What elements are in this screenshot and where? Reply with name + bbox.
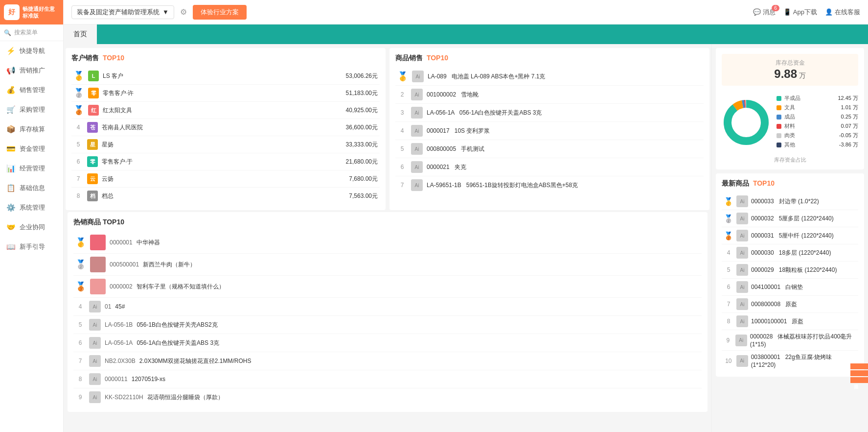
product-img: Ai [411, 125, 423, 137]
online-service-button[interactable]: 👤 在线客服 [825, 8, 860, 17]
list-item: 4 苍 苍南县人民医院 36,600.00元 [71, 119, 380, 136]
list-item: 6 Ai 004100001 白钢垫 [722, 279, 858, 296]
sidebar-item-basic-info[interactable]: 📋 基础信息 [0, 178, 63, 198]
medal-icon: 🥈 [75, 259, 86, 270]
latest-products-list: 🥇 Ai 0000033 封边带 (1.0*22) 🥈 Ai 0000032 5… [722, 193, 858, 371]
list-item: 6 零 零售客户·于 21,680.00元 [71, 153, 380, 170]
legend-dot [777, 133, 781, 138]
system-select[interactable]: 装备及固定资产辅助管理系统 ▼ [71, 5, 174, 19]
enterprise-icon: 🤝 [6, 222, 16, 232]
latest-products-subtitle: TOP10 [753, 179, 775, 187]
service-community-button[interactable]: 服务社区 [850, 370, 868, 376]
content: 客户销售 TOP10 🥇 L LS 客户 53,006.26元 � [64, 44, 868, 432]
settings-icon[interactable]: ⚙ [180, 7, 187, 17]
avatar: 红 [88, 105, 99, 116]
product-thumbnail [90, 257, 106, 272]
sidebar-item-purchase[interactable]: 🛒 采购管理 [0, 100, 63, 120]
search-icon: 🔍 [4, 29, 11, 36]
main-area: 装备及固定资产辅助管理系统 ▼ ⚙ 体验行业方案 💬 消息 6 📱 App下载 … [64, 0, 868, 432]
sidebar-item-inventory[interactable]: 📦 库存核算 [0, 120, 63, 139]
product-sales-list: 🥇 Ai LA-089 电池盖 LA-089 ABS本色+黑种 7.1克 2 A… [395, 68, 704, 194]
sidebar-item-marketing[interactable]: 📢 营销推广 [0, 61, 63, 80]
hot-products-list: 🥇 0000001 中华神器 🥈 000500001 新西兰牛肉（新牛） [73, 232, 702, 406]
quick-nav-icon: ⚡ [6, 46, 16, 56]
sidebar-item-operations[interactable]: 📊 经营管理 [0, 159, 63, 178]
nav-tabs: 首页 [64, 24, 868, 44]
avatar: L [88, 71, 99, 81]
list-item: 🥇 Ai LA-089 电池盖 LA-089 ABS本色+黑种 7.1克 [395, 68, 704, 86]
inventory-icon: 📦 [6, 124, 16, 134]
legend-item: 其他 -3.86 万 [777, 141, 858, 148]
customer-service-button[interactable]: 客服热线 [850, 363, 868, 369]
list-item: 5 Ai LA-056-1B 056-1B白色按键开关壳ABS2克 [73, 316, 702, 334]
app-download-button[interactable]: 📱 App下载 [783, 8, 817, 17]
product-img: Ai [736, 213, 748, 224]
legend-item: 成品 0.25 万 [777, 113, 858, 120]
avatar: 苍 [87, 122, 98, 133]
live-stream-button[interactable]: 直播 [850, 377, 868, 383]
product-img: Ai [736, 195, 748, 207]
sidebar-item-system[interactable]: ⚙️ 系统管理 [0, 198, 63, 217]
product-thumbnail: Ai [89, 355, 101, 367]
message-icon: 💬 [753, 8, 761, 16]
legend-item: 文具 1.01 万 [777, 104, 858, 111]
svg-point-1 [728, 104, 765, 141]
medal-icon-2: 🥈 [73, 88, 84, 98]
topbar-right: 💬 消息 6 📱 App下载 👤 在线客服 [753, 8, 860, 17]
product-thumbnail: Ai [89, 301, 101, 312]
medal-icon: 🥇 [397, 71, 408, 82]
purchase-icon: 🛒 [6, 105, 16, 115]
medal-icon: 🥇 [724, 197, 733, 206]
list-item: 🥈 Ai 0000032 5厘多层 (1220*2440) [722, 210, 858, 227]
right-col: 库存总资金 9.88 万 [711, 44, 868, 432]
service-icon: 👤 [825, 8, 833, 16]
sidebar-item-enterprise[interactable]: 🤝 企业协同 [0, 217, 63, 237]
sidebar: 好 畅捷通好生意 标准版 🔍 搜索菜单 ⚡ 快捷导航 📢 营销推广 💰 销售管理… [0, 0, 64, 432]
product-thumbnail [90, 235, 106, 250]
topbar: 装备及固定资产辅助管理系统 ▼ ⚙ 体验行业方案 💬 消息 6 📱 App下载 … [64, 0, 868, 24]
inventory-chart: 半成品 12.45 万 文具 1.01 万 成品 0 [722, 91, 858, 154]
avatar: 星 [87, 139, 98, 150]
sidebar-item-sales[interactable]: 💰 销售管理 [0, 80, 63, 100]
list-item: 4 Ai 0000017 10S 变利罗浆 [395, 122, 704, 140]
avatar: 档 [87, 191, 98, 201]
legend-dot [777, 143, 781, 147]
list-item: 5 Ai 000800005 手机测试 [395, 140, 704, 158]
chart-label: 库存资金占比 [722, 156, 858, 164]
list-item: 4 Ai 01 45# [73, 298, 702, 316]
avatar: 零 [87, 156, 98, 167]
latest-products-title: 最新商品 TOP10 [722, 179, 858, 188]
list-item: 7 云 云扬 7,680.00元 [71, 170, 380, 188]
list-item: 8 档 档总 7,563.00元 [71, 188, 380, 204]
list-item: 7 Ai 000800008 原盔 [722, 296, 858, 313]
sidebar-nav: ⚡ 快捷导航 📢 营销推广 💰 销售管理 🛒 采购管理 📦 库存核算 💳 资金管… [0, 41, 63, 432]
messages-button[interactable]: 💬 消息 6 [753, 8, 776, 17]
sidebar-item-quick-nav[interactable]: ⚡ 快捷导航 [0, 41, 63, 61]
product-thumbnail: Ai [89, 373, 101, 385]
mobile-icon: 📱 [783, 8, 791, 16]
legend-dot [777, 115, 781, 120]
list-item: 7 Ai NB2.0X30B 2.0X30MM双搓花轴搓花直径2.1MM/ROH… [73, 352, 702, 370]
legend-dot [777, 96, 781, 101]
list-item: 8 Ai 10000100001 原盔 [722, 313, 858, 330]
legend-item: 材料 0.07 万 [777, 122, 858, 130]
product-img: Ai [735, 335, 747, 346]
product-thumbnail: Ai [89, 391, 101, 403]
search-menu[interactable]: 🔍 搜索菜单 [0, 24, 63, 41]
sidebar-item-finance[interactable]: 💳 资金管理 [0, 139, 63, 159]
trial-button[interactable]: 体验行业方案 [193, 5, 247, 20]
hot-products-title: 热销商品 TOP10 [73, 218, 702, 227]
sales-icon: 💰 [6, 85, 16, 95]
legend-item: 肉类 -0.05 万 [777, 132, 858, 139]
customer-top10-title: 客户销售 TOP10 [71, 54, 380, 63]
sidebar-item-guide[interactable]: 📖 新手引导 [0, 237, 63, 257]
product-img: Ai [736, 298, 748, 310]
list-item: 🥈 零 零售客户·许 51,183.00元 [71, 85, 380, 102]
product-img: Ai [736, 281, 748, 293]
tab-home[interactable]: 首页 [64, 24, 97, 44]
avatar: 零 [88, 88, 99, 98]
guide-icon: 📖 [6, 242, 16, 252]
product-img: Ai [412, 71, 424, 82]
list-item: 2 Ai 001000002 雪地靴 [395, 86, 704, 104]
message-badge: 6 [772, 5, 779, 11]
